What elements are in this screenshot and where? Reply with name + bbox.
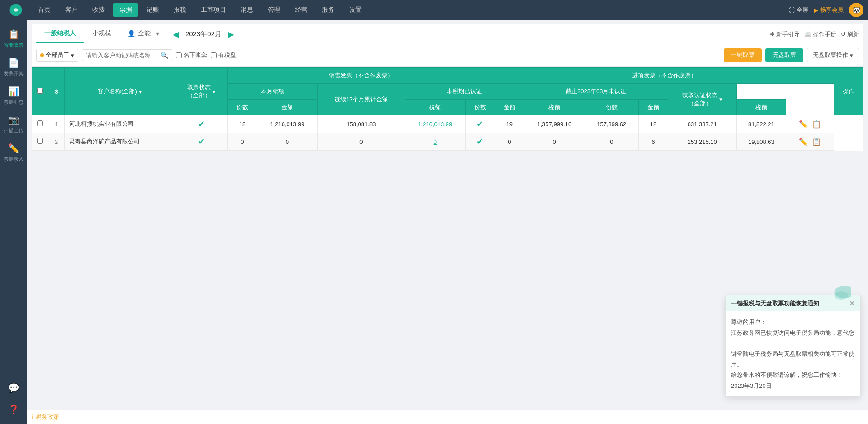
nav-fee[interactable]: 收费 <box>86 3 111 17</box>
guide-icon: ❇ <box>770 31 775 38</box>
one-key-ticket-button[interactable]: 一键取票 <box>724 48 762 62</box>
nav-business[interactable]: 工商项目 <box>194 3 232 17</box>
row2-check-input[interactable] <box>37 138 43 144</box>
checkbox-my-accounts-input[interactable] <box>176 52 182 58</box>
row1-check-input[interactable] <box>37 120 43 126</box>
row2-status: ✔ <box>175 133 227 151</box>
sidebar-item-chat[interactable]: 💬 <box>5 378 22 398</box>
tab-dropdown-icon[interactable]: ▾ <box>153 29 162 38</box>
notification-body: 尊敬的用户： 江苏政务网已恢复访问电子税务局功能，意代您一 键登陆电子税务局与无… <box>726 311 860 396</box>
th-sales-group: 销售发票（不含作废票） <box>227 68 495 84</box>
refresh-icon: ↺ <box>841 31 846 38</box>
nav-settings[interactable]: 设置 <box>343 3 368 17</box>
staff-label: 全部员工 <box>46 51 69 59</box>
th-sales-amount: 金额 <box>257 100 317 115</box>
manual-link[interactable]: 📖 操作手册 <box>804 30 836 38</box>
checkbox-my-accounts[interactable]: 名下账套 <box>176 51 207 59</box>
tax-policy-label: 税务政策 <box>36 413 59 421</box>
fullscreen-button[interactable]: ⛶ 全屏 <box>789 6 808 14</box>
sidebar-item-label: 扫描上传 <box>4 127 24 134</box>
th-sales-tax: 税额 <box>405 100 465 115</box>
settings-icon[interactable]: ⚙ <box>54 88 59 95</box>
notification-close-button[interactable]: ✕ <box>849 299 855 308</box>
nav-message[interactable]: 消息 <box>234 3 259 17</box>
notification-line4: 给您带来的不便敬请谅解，祝您工作愉快！ <box>731 370 855 380</box>
period-text: 2023年02月 <box>185 30 222 38</box>
member-label: 畅享会员 <box>820 6 844 14</box>
select-all-checkbox[interactable] <box>37 88 43 94</box>
search-input[interactable] <box>86 52 160 59</box>
play-icon: ▶ <box>814 7 818 14</box>
row1-sales-count: 18 <box>227 115 257 133</box>
row1-input-tax: 157,399.62 <box>585 115 638 133</box>
avatar[interactable]: 🐼 <box>849 3 863 17</box>
notification-title: 一键报税与无盘取票功能恢复通知 <box>731 300 819 308</box>
fullscreen-icon: ⛶ <box>789 7 795 14</box>
period-next-button[interactable]: ▶ <box>225 29 237 40</box>
checkbox-tax-disk[interactable]: 有税盘 <box>211 51 236 59</box>
staff-select[interactable]: 全部员工 ▾ <box>36 49 78 62</box>
th-cumulative: 连续12个月累计金额 <box>317 84 405 115</box>
member-button[interactable]: ▶ 畅享会员 <box>814 6 844 14</box>
th-input-tax: 税额 <box>524 100 585 115</box>
help-icon: ❓ <box>8 404 19 415</box>
th-monthly-sales: 本月销项 <box>227 84 317 100</box>
row1-edit-icon[interactable]: ✏️ <box>799 120 808 128</box>
period-prev-button[interactable]: ◀ <box>170 29 182 40</box>
row2-actions: ✏️ 📋 <box>786 133 834 151</box>
row1-checkbox <box>32 115 48 133</box>
customer-name-label: 客户名称(全部) <box>98 87 137 95</box>
ticket-status-filter-icon[interactable]: ▾ <box>212 88 216 95</box>
nav-tax[interactable]: 报税 <box>167 3 193 17</box>
nav-service[interactable]: 服务 <box>316 3 341 17</box>
no-disk-ticket-button[interactable]: 无盘取票 <box>765 48 803 62</box>
row1-view-icon[interactable]: 📋 <box>812 120 821 128</box>
row1-uncert-amount: 631,337.21 <box>668 115 736 133</box>
tax-policy-link[interactable]: ℹ 税务政策 <box>32 413 59 421</box>
checkbox-tax-disk-label: 有税盘 <box>218 51 236 59</box>
nav-manage[interactable]: 管理 <box>261 3 287 17</box>
nav-customer[interactable]: 客户 <box>59 3 84 17</box>
search-button[interactable]: 🔍 <box>160 52 168 59</box>
nav-ticket[interactable]: 票据 <box>113 3 138 17</box>
row2-uncert-count: 6 <box>638 133 668 151</box>
row2-edit-icon[interactable]: ✏️ <box>799 138 808 146</box>
tab-small-scale[interactable]: 小规模 <box>84 25 119 43</box>
no-disk-ops-button[interactable]: 无盘取票操作 ▾ <box>807 48 859 62</box>
sidebar: 📋 智能取票 📄 发票开具 📊 票据汇总 📷 扫描上传 ✏️ 票据录入 💬 ❓ <box>0 20 27 424</box>
toolbar: 全部员工 ▾ 🔍 名下账套 有税盘 一键取票 无盘取票 无盘取票操作 ▾ <box>32 44 863 67</box>
sidebar-item-invoice-open[interactable]: 📄 发票开具 <box>0 53 27 81</box>
row2-view-icon[interactable]: 📋 <box>812 138 821 146</box>
top-nav: 首页 客户 收费 票据 记账 报税 工商项目 消息 管理 经营 服务 设置 ⛶ … <box>0 0 868 20</box>
cert-status-filter-icon[interactable]: ▾ <box>719 96 722 103</box>
row1-uncert-tax: 81,822.21 <box>736 115 786 133</box>
customer-filter-icon[interactable]: ▾ <box>139 88 142 95</box>
th-uncert-tax: 税额 <box>736 100 786 115</box>
sidebar-item-help[interactable]: ❓ <box>5 400 22 419</box>
row2-cert-status: ✔ <box>465 133 495 151</box>
sidebar-item-smart-ticket[interactable]: 📋 智能取票 <box>0 24 27 53</box>
tab-general-taxpayer[interactable]: 一般纳税人 <box>36 25 84 43</box>
nav-home[interactable]: 首页 <box>32 3 57 17</box>
sidebar-item-ticket-summary[interactable]: 📊 票据汇总 <box>0 81 27 110</box>
checkbox-tax-disk-input[interactable] <box>211 52 217 58</box>
new-guide-link[interactable]: ❇ 新手引导 <box>770 30 800 38</box>
notification-date: 2023年3月20日 <box>731 381 855 391</box>
row2-cumulative-link[interactable]: 0 <box>434 138 437 145</box>
refresh-link[interactable]: ↺ 刷新 <box>841 30 859 38</box>
nav-bookkeeping[interactable]: 记账 <box>140 3 165 17</box>
row1-cumulative: 1,216,013.99 <box>405 115 465 133</box>
row2-sales-amount: 0 <box>257 133 317 151</box>
tab-all[interactable]: 👤 全能 ▾ <box>119 24 170 44</box>
notification-greeting: 尊敬的用户： <box>731 317 855 327</box>
tab-all-label: 全能 <box>138 29 151 38</box>
sidebar-bottom: 💬 ❓ <box>5 378 22 424</box>
notification-header: 一键报税与无盘取票功能恢复通知 ✕ <box>726 295 860 311</box>
guide-label: 新手引导 <box>776 30 800 38</box>
row2-cumulative: 0 <box>405 133 465 151</box>
row1-cumulative-link[interactable]: 1,216,013.99 <box>418 121 452 128</box>
nav-operation[interactable]: 经营 <box>288 3 314 17</box>
sidebar-item-ticket-entry[interactable]: ✏️ 票据录入 <box>0 138 27 167</box>
th-input-group: 进项发票（不含作废票） <box>495 68 834 84</box>
sidebar-item-scan-upload[interactable]: 📷 扫描上传 <box>0 110 27 138</box>
